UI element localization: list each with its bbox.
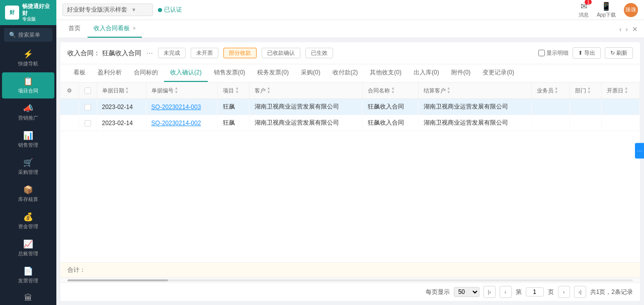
sub-tab-revenue-confirm[interactable]: 收入确认(2)	[164, 64, 208, 82]
row2-number[interactable]: SQ-20230214-002	[146, 115, 218, 131]
sort-date[interactable]: 单据日期 ▲▼	[102, 86, 129, 94]
app-download-button[interactable]: 📱 App下载	[597, 2, 616, 19]
table-row[interactable]: 2023-02-14 SQ-20230214-002 狂飙 湖南卫视商业运营发展…	[60, 115, 640, 131]
sort-dept[interactable]: 部门 ▲▼	[575, 86, 591, 94]
show-detail-checkbox[interactable]: 显示明细	[538, 49, 569, 57]
page-last-btn[interactable]: ›|	[574, 286, 586, 298]
status-incomplete-btn[interactable]: 未完成	[158, 48, 186, 58]
sidebar-item-project-contract[interactable]: 📋 项目合同	[2, 72, 54, 98]
sub-tab-warehouse[interactable]: 出入库(0)	[408, 64, 445, 82]
table-row[interactable]: 2023-02-14 SQ-20230214-003 狂飙 湖南卫视商业运营发展…	[60, 99, 640, 115]
row2-checkbox[interactable]	[85, 120, 91, 127]
scrollbar-track[interactable]	[67, 279, 633, 281]
selector-arrow-icon: ▼	[131, 7, 136, 13]
col-customer-header: 客户 ▲▼	[250, 82, 363, 99]
col-check-all[interactable]	[78, 82, 97, 99]
company-selector[interactable]: 好业财专业版演示样套 ▼	[62, 4, 153, 16]
sidebar-logo: 财 畅捷通好业财 专业版	[0, 0, 56, 25]
sidebar-search[interactable]: 🔍 搜索菜单	[4, 28, 52, 42]
tab-close-icon[interactable]: ×	[133, 26, 136, 31]
sidebar-item-tax[interactable]: 🏛 税务管理	[2, 289, 54, 305]
marketing-icon: 📣	[23, 104, 33, 113]
topbar-right: ✉ 消息 1 📱 App下载 珠珠	[579, 2, 638, 19]
sort-settlement[interactable]: 结算客户 ▲▼	[424, 86, 451, 94]
header-right-controls: 显示明细 ⬆ 导出 ↻ 刷新	[538, 47, 633, 59]
sort-number[interactable]: 单据编号 ▲▼	[151, 86, 179, 94]
show-detail-input[interactable]	[538, 50, 545, 56]
tab-next-icon[interactable]: ›	[625, 25, 628, 33]
sort-salesman[interactable]: 业务员 ▲▼	[537, 86, 558, 94]
row2-invoice-date	[601, 115, 639, 131]
row1-invoice-date	[601, 99, 639, 115]
scrollbar-thumb[interactable]	[67, 279, 168, 281]
row1-project: 狂飙	[218, 99, 250, 115]
pagination-total: 共1页，2条记录	[590, 288, 633, 296]
sub-tab-other[interactable]: 其他收支(0)	[364, 64, 408, 82]
sort-contract-name[interactable]: 合同名称 ▲▼	[368, 86, 395, 94]
message-button[interactable]: ✉ 消息 1	[579, 2, 589, 19]
status-partial-btn[interactable]: 部分收款	[223, 48, 257, 58]
sub-tab-tax-invoice[interactable]: 税务发票(0)	[251, 64, 295, 82]
sub-tab-subject[interactable]: 合同标的	[128, 64, 164, 82]
col-settlement-header: 结算客户 ▲▼	[418, 82, 531, 99]
sidebar-item-purchase[interactable]: 🛒 采购管理	[2, 154, 54, 180]
sidebar-item-invoice[interactable]: 📄 发票管理	[2, 262, 54, 288]
sidebar-item-ledger[interactable]: 📈 总账管理	[2, 235, 54, 261]
table-wrap: ⚙ 单据日期 ▲▼ 单据编号 ▲▼	[60, 82, 640, 262]
sidebar-item-marketing[interactable]: 📣 营销推广	[2, 99, 54, 126]
sort-customer[interactable]: 客户 ▲▼	[255, 86, 271, 94]
col-setting[interactable]: ⚙	[60, 82, 78, 99]
row2-dept	[570, 115, 601, 131]
col-number-header: 单据编号 ▲▼	[146, 82, 218, 99]
sort-arrows-salesman: ▲▼	[554, 86, 558, 94]
sidebar: 财 畅捷通好业财 专业版 🔍 搜索菜单 ⚡ 快捷导航 📋 项目合同 📣 营销推广…	[0, 0, 56, 305]
page-prev-btn[interactable]: ‹	[500, 286, 512, 298]
sub-tab-payment[interactable]: 收付款(2)	[327, 64, 364, 82]
sort-invoice-date[interactable]: 开票日 ▲▼	[607, 86, 628, 94]
refresh-button[interactable]: ↻ 刷新	[605, 47, 633, 59]
tab-close-all-icon[interactable]: ✕	[632, 25, 638, 33]
check-all-checkbox[interactable]	[85, 87, 91, 94]
tab-bar: 首页 收入合同看板 × ‹ › ✕	[56, 20, 644, 38]
tab-controls: ‹ › ✕	[619, 20, 638, 38]
quick-nav-icon: ⚡	[23, 49, 33, 59]
page-next-btn[interactable]: ›	[558, 286, 570, 298]
status-active-btn[interactable]: 已生效	[305, 48, 333, 58]
sidebar-item-sales[interactable]: 📊 销售管理	[2, 127, 54, 153]
row1-checkbox[interactable]	[85, 104, 91, 111]
export-icon: ⬆	[578, 50, 583, 56]
sub-tab-profit[interactable]: 盈利分析	[92, 64, 128, 82]
right-panel-button[interactable]: ⋮	[635, 143, 644, 159]
tab-home[interactable]: 首页	[62, 20, 87, 38]
sales-icon: 📊	[23, 131, 33, 140]
sort-project[interactable]: 项目 ▲▼	[223, 86, 239, 94]
row2-check[interactable]	[78, 115, 97, 131]
row1-number[interactable]: SQ-20230214-003	[146, 99, 218, 115]
export-button[interactable]: ⬆ 导出	[573, 47, 601, 59]
tab-prev-icon[interactable]: ‹	[619, 25, 622, 33]
col-dept-header: 部门 ▲▼	[570, 82, 601, 99]
table-body: 2023-02-14 SQ-20230214-003 狂飙 湖南卫视商业运营发展…	[60, 99, 640, 131]
tab-contract-board[interactable]: 收入合同看板 ×	[88, 20, 142, 38]
sub-tab-attachment[interactable]: 附件(0)	[445, 64, 477, 82]
row2-customer: 湖南卫视商业运营发展有限公司	[250, 115, 363, 131]
contract-more-button[interactable]: ···	[146, 49, 153, 58]
sub-tab-purchase[interactable]: 采购(0)	[295, 64, 327, 82]
page-number-input[interactable]	[526, 287, 544, 296]
row1-customer: 湖南卫视商业运营发展有限公司	[250, 99, 363, 115]
row1-check[interactable]	[78, 99, 97, 115]
sidebar-item-inventory[interactable]: 📦 库存核算	[2, 181, 54, 207]
purchase-icon: 🛒	[23, 158, 33, 167]
sub-tab-kanban[interactable]: 看板	[67, 64, 92, 82]
page-size-select[interactable]: 50 100 200	[454, 287, 479, 297]
sidebar-item-quick-nav[interactable]: ⚡ 快捷导航	[2, 45, 54, 71]
page-first-btn[interactable]: |‹	[484, 286, 496, 298]
sub-tab-sales-invoice[interactable]: 销售发票(0)	[208, 64, 252, 82]
scrollbar-area[interactable]	[60, 277, 640, 282]
sidebar-item-capital[interactable]: 💰 资金管理	[2, 208, 54, 234]
sub-tab-changes[interactable]: 变更记录(0)	[476, 64, 520, 82]
user-avatar[interactable]: 珠珠	[624, 3, 638, 17]
status-confirmed-btn[interactable]: 已收款确认	[262, 48, 300, 58]
row1-setting	[60, 99, 78, 115]
status-uninvoiced-btn[interactable]: 未开票	[191, 48, 218, 58]
